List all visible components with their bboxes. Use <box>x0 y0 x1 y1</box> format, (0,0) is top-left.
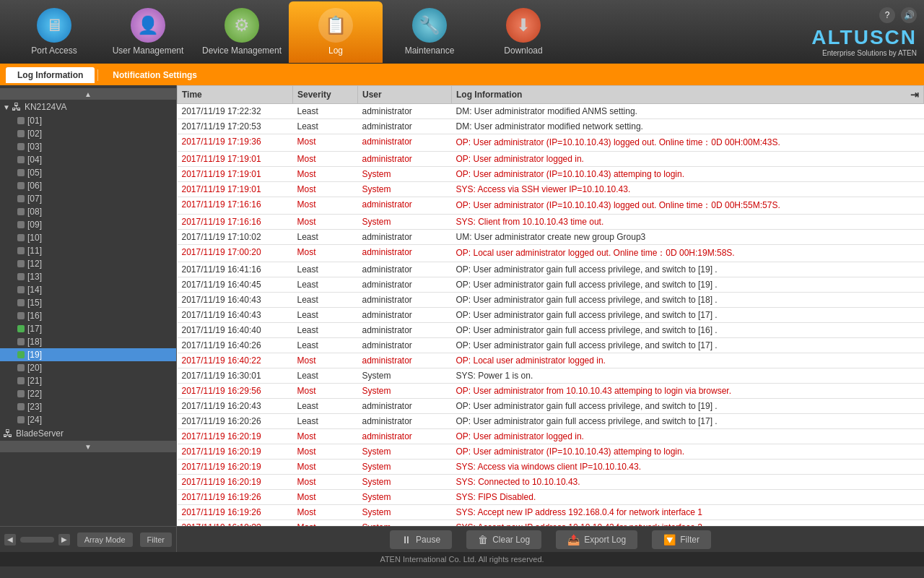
table-row[interactable]: 2017/11/19 17:19:01 Most System SYS: Acc… <box>178 182 924 197</box>
cell-info: OP: User administrator gain full access … <box>452 414 924 429</box>
help-icon[interactable]: ? <box>879 7 895 23</box>
sidebar-item-15[interactable]: [15] <box>0 296 176 309</box>
table-row[interactable]: 2017/11/19 16:41:16 Least administrator … <box>178 262 924 277</box>
sidebar-item-20[interactable]: [20] <box>0 361 176 374</box>
sidebar-item-07[interactable]: [07] <box>0 192 176 205</box>
table-row[interactable]: 2017/11/19 16:19:26 Most System SYS: Acc… <box>178 505 924 520</box>
sidebar-right-scroll[interactable]: ▶ <box>58 534 70 545</box>
cell-time: 2017/11/19 16:20:19 <box>178 460 293 475</box>
log-table-wrapper[interactable]: Time Severity User Log Information ⇥ <box>177 85 924 526</box>
sidebar-item-21[interactable]: [21] <box>0 374 176 387</box>
cell-user: System <box>358 444 452 460</box>
sidebar-item-09[interactable]: [09] <box>0 218 176 231</box>
tab-notification-settings[interactable]: Notification Settings <box>101 67 209 83</box>
filter-log-button[interactable]: 🔽 Filter <box>652 530 711 549</box>
cell-time: 2017/11/19 17:10:02 <box>178 230 293 245</box>
nav-port-access[interactable]: 🖥 Port Access <box>7 1 101 63</box>
table-row[interactable]: 2017/11/19 16:19:26 Most System SYS: FIP… <box>178 490 924 505</box>
cell-info: OP: User administrator logged in. <box>452 429 924 444</box>
sidebar-item-bladeserver[interactable]: 🖧BladeServer <box>0 426 176 441</box>
table-row[interactable]: 2017/11/19 16:40:43 Least administrator … <box>178 293 924 308</box>
sidebar-item-01[interactable]: [01] <box>0 114 176 127</box>
sidebar-item-14[interactable]: [14] <box>0 283 176 296</box>
table-row[interactable]: 2017/11/19 16:29:56 Most System OP: User… <box>178 384 924 399</box>
nav-log[interactable]: 📋 Log <box>289 1 383 63</box>
sidebar-left-scroll[interactable]: ◀ <box>4 534 16 545</box>
filter-button[interactable]: Filter <box>140 532 172 547</box>
sidebar-item-04[interactable]: [04] <box>0 153 176 166</box>
sidebar-root-item[interactable]: ▼ 🖧 KN2124VA <box>0 100 176 114</box>
sidebar-item-22[interactable]: [22] <box>0 387 176 400</box>
table-row[interactable]: 2017/11/19 16:40:43 Least administrator … <box>178 308 924 323</box>
status-icon <box>17 260 25 267</box>
table-row[interactable]: 2017/11/19 16:20:19 Most administrator O… <box>178 429 924 444</box>
sidebar-item-label: [20] <box>27 363 42 373</box>
table-row[interactable]: 2017/11/19 17:22:32 Least administrator … <box>178 104 924 119</box>
table-row[interactable]: 2017/11/19 17:00:20 Most administrator O… <box>178 245 924 262</box>
table-row[interactable]: 2017/11/19 17:19:36 Most administrator O… <box>178 134 924 152</box>
table-row[interactable]: 2017/11/19 16:40:26 Least administrator … <box>178 338 924 353</box>
sidebar-item-10[interactable]: [10] <box>0 231 176 244</box>
table-row[interactable]: 2017/11/19 16:20:43 Least administrator … <box>178 399 924 414</box>
table-row[interactable]: 2017/11/19 16:40:45 Least administrator … <box>178 277 924 293</box>
sidebar-item-17[interactable]: [17] <box>0 322 176 335</box>
table-row[interactable]: 2017/11/19 16:20:19 Most System SYS: Acc… <box>178 460 924 475</box>
sidebar-bottom-controls: ◀ ▶ Array Mode Filter <box>0 527 177 552</box>
sidebar-item-06[interactable]: [06] <box>0 179 176 192</box>
table-row[interactable]: 2017/11/19 17:19:01 Most System OP: User… <box>178 167 924 182</box>
sidebar-item-24[interactable]: [24] <box>0 413 176 426</box>
table-row[interactable]: 2017/11/19 17:16:16 Most administrator O… <box>178 197 924 215</box>
table-row[interactable]: 2017/11/19 17:19:01 Most administrator O… <box>178 152 924 167</box>
status-icon <box>17 390 25 397</box>
sidebar-item-23[interactable]: [23] <box>0 400 176 413</box>
table-row[interactable]: 2017/11/19 17:20:53 Least administrator … <box>178 119 924 134</box>
sidebar-item-label: [19] <box>27 350 42 360</box>
table-row[interactable]: 2017/11/19 17:10:02 Least administrator … <box>178 230 924 245</box>
table-row[interactable]: 2017/11/19 16:40:40 Least administrator … <box>178 323 924 338</box>
table-row[interactable]: 2017/11/19 17:16:16 Most System SYS: Cli… <box>178 215 924 230</box>
cell-user: administrator <box>358 104 452 119</box>
collapse-icon[interactable]: ▼ <box>3 103 10 111</box>
sidebar-item-11[interactable]: [11] <box>0 244 176 257</box>
cell-user: administrator <box>358 323 452 338</box>
export-log-button[interactable]: 📤 Export Log <box>556 530 637 549</box>
array-mode-button[interactable]: Array Mode <box>77 532 133 547</box>
status-icon <box>17 416 25 423</box>
sidebar-scroll-down[interactable]: ▼ <box>0 441 176 452</box>
sidebar-item-label: [17] <box>27 324 42 334</box>
sidebar-item-16[interactable]: [16] <box>0 309 176 322</box>
sidebar-scrollbar[interactable] <box>20 537 54 543</box>
sidebar-item-03[interactable]: [03] <box>0 140 176 153</box>
table-row[interactable]: 2017/11/19 16:20:26 Least administrator … <box>178 414 924 429</box>
sidebar-item-05[interactable]: [05] <box>0 166 176 179</box>
table-row[interactable]: 2017/11/19 16:30:01 Least System SYS: Po… <box>178 368 924 384</box>
sidebar-item-18[interactable]: [18] <box>0 335 176 348</box>
cell-user: administrator <box>358 230 452 245</box>
sidebar-item-19[interactable]: [19] <box>0 348 176 361</box>
status-icon <box>17 195 25 202</box>
table-row[interactable]: 2017/11/19 16:20:19 Most System OP: User… <box>178 444 924 460</box>
sidebar-item-08[interactable]: [08] <box>0 205 176 218</box>
tab-log-information[interactable]: Log Information <box>6 67 95 83</box>
status-icon <box>17 299 25 306</box>
nav-download[interactable]: ⬇ Download <box>476 1 570 63</box>
pause-button[interactable]: ⏸ Pause <box>390 530 452 549</box>
sidebar-scroll-up[interactable]: ▲ <box>0 88 176 100</box>
device-management-icon: ⚙ <box>225 8 259 43</box>
sidebar-item-12[interactable]: [12] <box>0 257 176 270</box>
table-row[interactable]: 2017/11/19 16:40:22 Most administrator O… <box>178 353 924 368</box>
sidebar-item-02[interactable]: [02] <box>0 127 176 140</box>
nav-user-management[interactable]: 👤 User Management <box>101 1 195 63</box>
audio-icon[interactable]: 🔊 <box>901 7 917 23</box>
nav-user-management-label: User Management <box>113 46 184 56</box>
cell-severity: Least <box>293 262 358 277</box>
clear-log-button[interactable]: 🗑 Clear Log <box>466 530 541 549</box>
nav-maintenance[interactable]: 🔧 Maintenance <box>383 1 476 63</box>
sidebar-item-13[interactable]: [13] <box>0 270 176 283</box>
nav-device-management[interactable]: ⚙ Device Management <box>195 1 289 63</box>
sidebar[interactable]: ▲ ▼ 🖧 KN2124VA [01][02][03][04][05][06][… <box>0 85 177 526</box>
cell-info: SYS: Accept new IP address 192.168.0.4 f… <box>452 505 924 520</box>
table-row[interactable]: 2017/11/19 16:19:?? Most System SYS: Acc… <box>178 520 924 527</box>
table-row[interactable]: 2017/11/19 16:20:19 Most System SYS: Con… <box>178 475 924 490</box>
expand-icon[interactable]: ⇥ <box>910 89 919 100</box>
